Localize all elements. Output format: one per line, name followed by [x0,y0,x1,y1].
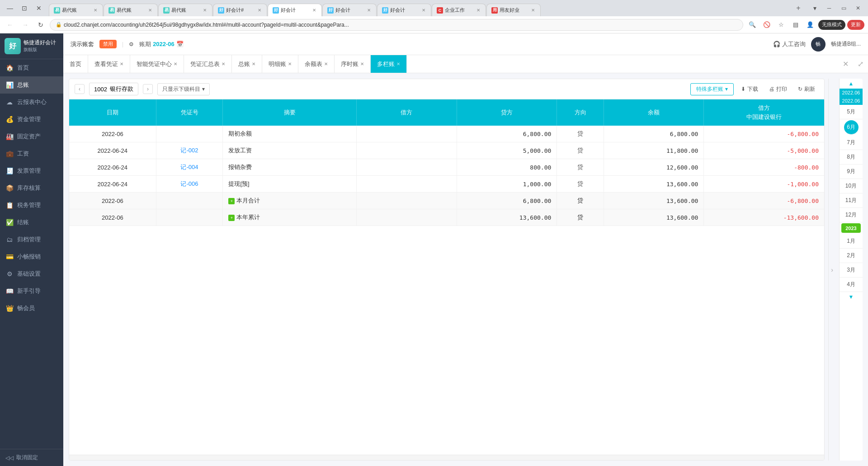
browser-tab-t2[interactable]: 易 易代账 ✕ [104,4,158,16]
horizontal-scrollbar[interactable] [69,455,824,460]
sidebar-item-ledger[interactable]: 📊 总账 [0,76,63,94]
tab-close-icon[interactable]: ✕ [147,8,153,13]
calendar-2023-month-3月[interactable]: 3月 [840,263,863,278]
tab-close-icon[interactable]: ✕ [530,8,536,13]
browser-tab-t9[interactable]: 用 用友好业 ✕ [486,4,541,16]
print-button[interactable]: 🖨 打印 [765,84,791,95]
sidebar-item-expense[interactable]: 💳 小畅报销 [0,248,63,265]
sidebar-item-home[interactable]: 🏠 首页 [0,59,63,76]
browser-tab-t1[interactable]: 易 易代账 ✕ [49,4,103,16]
tab-list-btn[interactable]: ▾ [808,2,821,14]
cell-voucher[interactable]: 记-002 [156,142,223,159]
sidebar-item-report[interactable]: ☁ 云报表中心 [0,94,63,111]
calendar-month-7月[interactable]: 7月 [840,136,863,150]
sidebar-item-tax[interactable]: 📋 税务管理 [0,197,63,214]
page-tab-close-4[interactable]: ✕ [252,61,255,66]
browser-tab-t8[interactable]: C 企业工作 ✕ [432,4,486,16]
side-collapse-btn[interactable]: › [828,79,835,461]
page-tab-close-1[interactable]: ✕ [120,61,123,66]
account-icon[interactable]: 👤 [804,19,816,31]
sidebar-item-invoice[interactable]: 🧾 发票管理 [0,162,63,179]
tab-close-icon[interactable]: ✕ [476,8,481,13]
calendar-scroll-down[interactable]: ▼ [840,292,863,302]
back-button[interactable]: ← [4,19,16,31]
period-selector[interactable]: 账期 2022-06 📅 [139,40,184,48]
sidebar-item-settings[interactable]: ⚙ 基础设置 [0,265,63,282]
calendar-month-8月[interactable]: 8月 [840,150,863,165]
block-icon[interactable]: 🚫 [760,19,773,31]
settings-icon[interactable]: ⚙ [129,41,134,47]
sidebar-btn[interactable]: ▤ [789,19,802,31]
no-trace-button[interactable]: 无痕模式 [818,20,845,30]
page-tab-close-6[interactable]: ✕ [324,61,328,66]
support-button[interactable]: 🎧 人工咨询 [773,40,806,48]
account-next-button[interactable]: › [143,84,153,94]
page-tab-2[interactable]: 智能凭证中心 ✕ [130,55,184,73]
refresh-button[interactable]: ↻ 刷新 [794,84,819,95]
download-button[interactable]: ⬇ 下载 [737,84,762,95]
account-selector[interactable]: 1002 银行存款 [89,83,138,95]
restore-btn[interactable]: ⊡ [18,2,31,14]
page-tab-close-3[interactable]: ✕ [222,61,225,66]
close-btn[interactable]: ✕ [33,2,45,14]
sidebar-item-member[interactable]: 👑 畅会员 [0,300,63,317]
sidebar-item-inventory[interactable]: 📦 库存核算 [0,179,63,197]
reload-button[interactable]: ↻ [34,19,47,31]
cell-voucher[interactable]: 记-004 [156,159,223,176]
url-input[interactable]: 🔒 cloud2.chanjet.com/accounting/uh26t264… [50,19,743,31]
browser-tab-t5[interactable]: 好 好会计 ✕ [268,4,322,16]
search-icon[interactable]: 🔍 [746,19,759,31]
new-tab-button[interactable]: + [792,2,805,14]
page-tab-4[interactable]: 总账 ✕ [232,55,262,73]
tabs-expand-btn[interactable]: ⤢ [853,60,868,68]
calendar-scroll-up[interactable]: ▲ [840,79,863,89]
page-tab-close-2[interactable]: ✕ [174,61,177,66]
win-close[interactable]: ✕ [852,2,864,14]
page-tab-3[interactable]: 凭证汇总表 ✕ [184,55,232,73]
sidebar-item-asset[interactable]: 🏭 固定资产 [0,128,63,145]
sidebar-item-salary[interactable]: 💼 工资 [0,145,63,162]
sidebar-item-archive[interactable]: 🗂 归档管理 [0,231,63,248]
calendar-2023-month-1月[interactable]: 1月 [840,234,863,249]
calendar-2023-month-4月[interactable]: 4月 [840,278,863,292]
tab-close-icon[interactable]: ✕ [366,8,372,13]
calendar-month-10月[interactable]: 10月 [840,179,863,193]
calendar-month-11月[interactable]: 11月 [840,193,863,208]
sidebar-pin-toggle[interactable]: ◁◁ 取消固定 [0,449,63,466]
calendar-month-6月[interactable]: 6月 [844,120,859,135]
user-avatar[interactable]: 畅 [811,37,826,52]
sidebar-item-guide[interactable]: 📖 新手引导 [0,282,63,300]
tab-close-icon[interactable]: ✕ [421,8,426,13]
sidebar-item-fund[interactable]: 💰 资金管理 [0,111,63,128]
update-button[interactable]: 更新 [847,20,864,30]
account-prev-button[interactable]: ‹ [75,84,85,94]
calendar-month-9月[interactable]: 9月 [840,165,863,179]
browser-tab-t7[interactable]: 好 好会计 ✕ [377,4,431,16]
page-tab-close-8[interactable]: ✕ [396,61,400,66]
calendar-month-12月[interactable]: 12月 [840,208,863,222]
win-minimize[interactable]: ─ [823,2,835,14]
tab-close-icon[interactable]: ✕ [93,8,98,13]
browser-tab-t4[interactable]: 好 好会计# ✕ [213,4,267,16]
page-tab-1[interactable]: 查看凭证 ✕ [88,55,130,73]
page-tab-6[interactable]: 余额表 ✕ [298,55,335,73]
browser-tab-t3[interactable]: 易 易代账 ✕ [158,4,212,16]
tabs-collapse-btn[interactable]: ✕ [838,60,853,68]
sidebar-item-closing[interactable]: ✅ 结账 [0,214,63,231]
tab-close-icon[interactable]: ✕ [257,8,262,13]
win-restore[interactable]: ▭ [837,2,850,14]
page-tab-close-7[interactable]: ✕ [360,61,364,66]
page-tab-7[interactable]: 序时账 ✕ [335,55,371,73]
tab-close-icon[interactable]: ✕ [202,8,208,13]
calendar-month-5月[interactable]: 5月 [840,105,863,119]
page-tab-5[interactable]: 明细账 ✕ [262,55,298,73]
calendar-2023-month-2月[interactable]: 2月 [840,249,863,263]
cell-voucher[interactable]: 记-006 [156,176,223,193]
page-tab-8[interactable]: 多栏账 ✕ [371,55,407,73]
browser-tab-t6[interactable]: 好 好会计 ✕ [322,4,377,16]
tab-close-icon[interactable]: ✕ [311,8,317,13]
forward-button[interactable]: → [19,19,32,31]
star-icon[interactable]: ☆ [775,19,788,31]
page-tab-0[interactable]: 首页 [63,55,88,73]
special-multicolumn-button[interactable]: 特殊多栏账 ▾ [690,83,734,95]
